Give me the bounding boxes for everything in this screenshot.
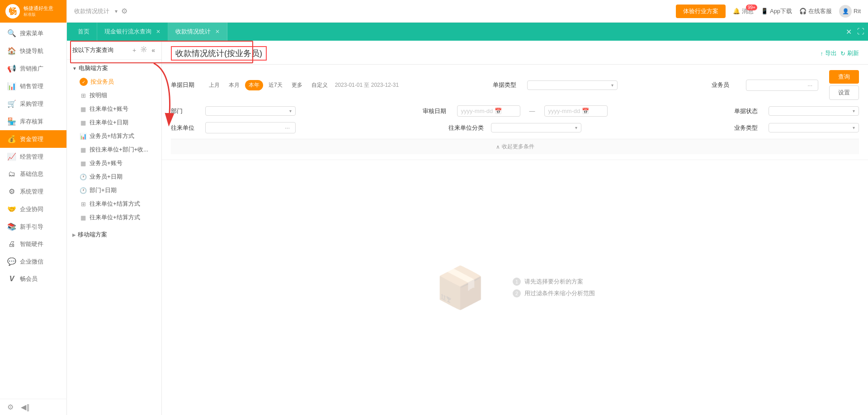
sidebar-item-quick-nav[interactable]: 🏠 快捷导航: [0, 42, 66, 60]
folder-icon: 🗂: [7, 170, 16, 178]
tabbar-right: ✕ ⛶: [846, 28, 864, 36]
collapse-label: 收起更多条件: [502, 143, 534, 151]
tree-child-salesperson-date[interactable]: 🕐 业务员+日期: [74, 170, 161, 184]
date-tab-last-7[interactable]: 近7天: [265, 80, 286, 90]
right-content: 收款情况统计(按业务员) ↑ 导出 ↻ 刷新: [162, 41, 868, 415]
tree-child-dept-date[interactable]: 🕐 部门+日期: [74, 184, 161, 197]
table-icon2: ▦: [80, 119, 87, 126]
customer-service-button[interactable]: 🎧 在线客服: [799, 7, 832, 15]
sidebar-item-member[interactable]: V 畅会员: [0, 270, 66, 288]
panel-settings-button[interactable]: [140, 45, 148, 55]
step-num-1: 1: [513, 278, 521, 286]
panel-collapse-button[interactable]: «: [151, 46, 156, 55]
tree-child-by-detail[interactable]: ⊞ 按明细: [74, 89, 161, 102]
export-button[interactable]: ↑ 导出: [821, 49, 837, 57]
tab-receipts[interactable]: 收款情况统计 ✕: [168, 23, 227, 41]
tree-child-unit-account[interactable]: ▦ 往来单位+账号: [74, 102, 161, 116]
window-close-icon[interactable]: ✕: [846, 28, 852, 36]
page-title: 收款情况统计(按业务员): [171, 46, 267, 61]
refresh-icon: ↻: [840, 50, 845, 57]
tree-child-salesperson-settle[interactable]: 📊 业务员+结算方式: [74, 129, 161, 143]
sidebar-item-sales[interactable]: 📊 销售管理: [0, 77, 66, 95]
sidebar-item-basic[interactable]: 🗂 基础信息: [0, 165, 66, 183]
messages-button[interactable]: 🔔 消息 99+: [733, 7, 754, 15]
sidebar-item-inventory[interactable]: 🏪 库存核算: [0, 113, 66, 130]
date-tab-custom[interactable]: 自定义: [308, 80, 331, 90]
business-type-select[interactable]: ▾: [769, 123, 859, 132]
sidebar-item-corp[interactable]: 🤝 企业协同: [0, 200, 66, 218]
counterpart-category-select[interactable]: ▾: [491, 123, 581, 132]
export-icon: ↑: [821, 50, 824, 57]
refresh-button[interactable]: ↻ 刷新: [840, 49, 859, 57]
sidebar-item-system[interactable]: ⚙ 系统管理: [0, 183, 66, 200]
voucher-status-select[interactable]: ▾: [769, 106, 859, 116]
svg-point-0: [143, 48, 145, 50]
tree-parent-mobile[interactable]: ▶ 移动端方案: [67, 228, 161, 241]
calendar-icon[interactable]: 📅: [495, 108, 502, 114]
tab-bank-flow-close[interactable]: ✕: [156, 28, 160, 35]
sidebar-item-marketing[interactable]: 📢 营销推广: [0, 60, 66, 77]
dept-select[interactable]: ▾: [205, 106, 296, 116]
sidebar-item-finance[interactable]: 💰 资金管理: [0, 130, 66, 148]
date-tabs: 上月 本月 本年 近7天 更多 自定义 2023-01-01 至 2023-12…: [205, 80, 399, 90]
empty-step-2: 2 用过滤条件来缩小分析范围: [513, 289, 595, 297]
counterpart-more[interactable]: ···: [285, 124, 290, 131]
topbar-dropdown-icon[interactable]: ▾: [115, 8, 118, 14]
settings-button[interactable]: 设置: [829, 85, 859, 100]
dept-arrow: ▾: [289, 108, 292, 113]
sidebar-settings-button[interactable]: ⚙: [7, 403, 14, 411]
date-tab-last-month[interactable]: 上月: [205, 80, 223, 90]
operation-icon: 📈: [7, 152, 16, 161]
tree-parent-desktop[interactable]: ▼ 电脑端方案: [67, 61, 161, 75]
finance-icon: 💰: [7, 135, 16, 143]
tree-child-salesperson-account[interactable]: ▦ 业务员+账号: [74, 156, 161, 170]
clock-icon: 🕐: [80, 174, 87, 180]
user-avatar[interactable]: 👤 Rit: [839, 5, 861, 18]
page-header: 收款情况统计(按业务员) ↑ 导出 ↻ 刷新: [162, 41, 868, 65]
topbar-settings-icon[interactable]: ⚙: [121, 7, 127, 15]
tree-child-unit-settle1[interactable]: ⊞ 往来单位+结算方式: [74, 197, 161, 211]
sidebar-item-purchase[interactable]: 🛒 采购管理: [0, 95, 66, 113]
voucher-type-select[interactable]: ▾: [527, 80, 618, 90]
active-indicator: ✓: [80, 78, 88, 86]
sidebar-item-search[interactable]: 🔍 搜索菜单: [0, 24, 66, 42]
tab-receipts-close[interactable]: ✕: [215, 28, 220, 35]
empty-steps: 1 请先选择要分析的方案 2 用过滤条件来缩小分析范围: [513, 278, 595, 297]
phone-icon: 📱: [761, 8, 768, 14]
collapse-bar[interactable]: ∧ 收起更多条件: [171, 139, 859, 154]
empty-illustration: 📦: [435, 264, 486, 311]
tree-child-unit-settle2[interactable]: ▦ 往来单位+结算方式: [74, 211, 161, 224]
tree-child-by-salesperson[interactable]: ✓ 按业务员: [74, 75, 161, 89]
salesperson-select[interactable]: ···: [746, 80, 818, 91]
home-icon: 🏠: [7, 47, 16, 55]
tree-child-unit-date[interactable]: ▦ 往来单位+日期: [74, 116, 161, 129]
sidebar-item-operation[interactable]: 📈 经营管理: [0, 148, 66, 165]
gear-icon: ⚙: [7, 187, 16, 196]
query-button[interactable]: 查询: [829, 70, 859, 84]
search-icon: 🔍: [7, 29, 16, 38]
sidebar-item-hardware[interactable]: 🖨 智能硬件: [0, 236, 66, 253]
counterpart-select[interactable]: ···: [205, 122, 296, 133]
counterpart-category-label: 往来单位分类: [448, 124, 484, 132]
sidebar-item-wechat[interactable]: 💬 企业微信: [0, 253, 66, 270]
calendar-icon2[interactable]: 📅: [582, 108, 589, 114]
sidebar-collapse-button[interactable]: ◀‖: [21, 403, 30, 411]
table-icon3: ▦: [80, 146, 87, 153]
printer-icon: 🖨: [7, 240, 16, 248]
salesperson-more-icon[interactable]: ···: [807, 82, 812, 89]
sidebar-item-guide[interactable]: 📚 新手引导: [0, 218, 66, 236]
date-tab-this-month[interactable]: 本月: [225, 80, 243, 90]
tab-bank-flow[interactable]: 现金银行流水查询 ✕: [97, 23, 168, 41]
date-tab-this-year[interactable]: 本年: [245, 80, 263, 90]
page-title-row: 收款情况统计(按业务员) ↑ 导出 ↻ 刷新: [171, 46, 859, 61]
app-download-button[interactable]: 📱 App下载: [761, 7, 792, 15]
member-icon: V: [7, 275, 16, 283]
panel-add-button[interactable]: +: [132, 46, 137, 55]
review-date-start[interactable]: yyyy-mm-dd 📅: [457, 105, 520, 117]
tree-child-unit-dept[interactable]: ▦ 按往来单位+部门+收...: [74, 143, 161, 156]
review-date-end[interactable]: yyyy-mm-dd 📅: [544, 105, 608, 117]
tab-home[interactable]: 首页: [71, 23, 97, 41]
trial-button[interactable]: 体验行业方案: [676, 5, 726, 18]
window-expand-icon[interactable]: ⛶: [857, 28, 864, 36]
date-tab-more[interactable]: 更多: [288, 80, 306, 90]
